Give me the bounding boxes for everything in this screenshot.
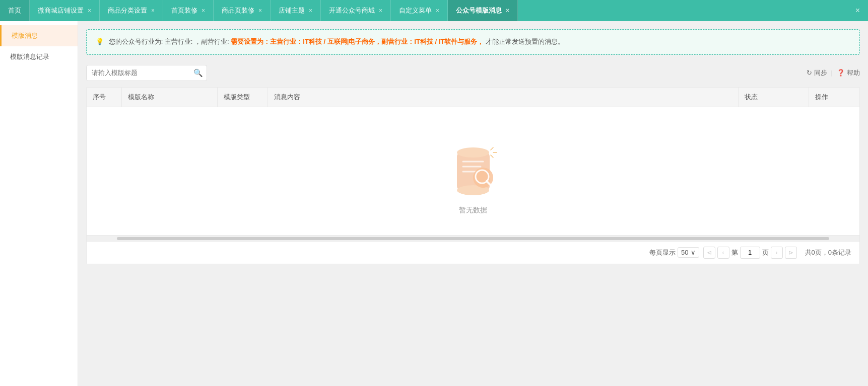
col-header-name: 模版名称: [122, 88, 218, 107]
last-page-button[interactable]: ⊳: [785, 247, 797, 259]
page-unit: 页: [762, 248, 769, 257]
per-page-value: 50: [681, 249, 688, 256]
scrollbar-track: [117, 237, 829, 240]
tab-close-custom-menu[interactable]: ×: [436, 7, 439, 14]
pagination: 每页显示 50 ∨ ⊲ ‹ 第 页 › ⊳ 共0页，0条记录: [87, 241, 859, 264]
col-header-action: 操作: [809, 88, 859, 107]
first-page-button[interactable]: ⊲: [703, 247, 715, 259]
tab-product-decor[interactable]: 商品页装修×: [214, 0, 271, 21]
empty-illustration: [443, 137, 503, 198]
tab-custom-menu[interactable]: 自定义菜单×: [391, 0, 448, 21]
sidebar: 模版消息模版消息记录: [0, 21, 78, 386]
search-input[interactable]: [86, 65, 207, 81]
tab-home-decor[interactable]: 首页装修×: [163, 0, 214, 21]
table-header: 序号 模版名称 模版类型 消息内容 状态 操作: [87, 88, 859, 107]
col-header-seq: 序号: [87, 88, 122, 107]
notice-suffix: 才能正常发送预置的消息。: [486, 38, 564, 45]
tab-close-shop-settings[interactable]: ×: [88, 7, 91, 14]
search-input-wrap: 🔍: [86, 65, 207, 81]
svg-point-2: [457, 147, 489, 158]
next-page-button[interactable]: ›: [771, 247, 783, 259]
tab-close-shop-theme[interactable]: ×: [309, 7, 312, 14]
help-button[interactable]: ❓ 帮助: [837, 68, 860, 78]
prev-page-button[interactable]: ‹: [717, 247, 729, 259]
dropdown-arrow-icon: ∨: [691, 249, 696, 256]
toolbar-right: ↻ 同步 | ❓ 帮助: [807, 68, 860, 78]
search-bar: 🔍 ↻ 同步 | ❓ 帮助: [86, 65, 860, 81]
horizontal-scrollbar[interactable]: [87, 235, 859, 241]
sidebar-item-template-msg[interactable]: 模版消息: [0, 25, 78, 46]
sidebar-item-template-msg-log[interactable]: 模版消息记录: [0, 46, 78, 67]
notice-prefix: 您的公众号行业为: 主营行业: ，副营行业:: [109, 38, 231, 45]
main-layout: 模版消息模版消息记录 💡 您的公众号行业为: 主营行业: ，副营行业: 需要设置…: [0, 21, 868, 386]
notice-highlight: 需要设置为：主营行业：IT科技 / 互联网|电子商务，副营行业：IT科技 / I…: [231, 38, 484, 45]
sync-button[interactable]: ↻ 同步: [807, 68, 827, 78]
tab-home[interactable]: 首页: [0, 0, 30, 21]
tab-close-product-decor[interactable]: ×: [258, 7, 262, 14]
empty-state: 暂无数据: [87, 107, 859, 235]
help-label: 帮助: [847, 68, 860, 78]
help-icon: ❓: [837, 69, 845, 76]
total-info: 共0页，0条记录: [805, 248, 851, 257]
empty-text: 暂无数据: [459, 206, 487, 215]
content-area: 💡 您的公众号行业为: 主营行业: ，副营行业: 需要设置为：主营行业：IT科技…: [78, 21, 868, 386]
per-page-select: 每页显示 50 ∨: [649, 247, 699, 258]
tab-shop-settings[interactable]: 微商城店铺设置×: [30, 0, 100, 21]
tab-category-settings[interactable]: 商品分类设置×: [100, 0, 163, 21]
tab-shop-theme[interactable]: 店铺主题×: [271, 0, 321, 21]
tab-close-open-mall[interactable]: ×: [379, 7, 382, 14]
tab-close-category-settings[interactable]: ×: [151, 7, 155, 14]
per-page-dropdown[interactable]: 50 ∨: [678, 247, 699, 258]
search-button[interactable]: 🔍: [193, 68, 203, 78]
sync-icon: ↻: [807, 69, 812, 76]
col-header-type: 模版类型: [218, 88, 268, 107]
tab-bar: 首页微商城店铺设置×商品分类设置×首页装修×商品页装修×店铺主题×开通公众号商城…: [0, 0, 868, 21]
close-all-button[interactable]: ×: [847, 6, 868, 15]
tab-open-mall[interactable]: 开通公众号商城×: [321, 0, 391, 21]
col-header-status: 状态: [739, 88, 809, 107]
svg-line-10: [491, 147, 493, 150]
notice-box: 💡 您的公众号行业为: 主营行业: ，副营行业: 需要设置为：主营行业：IT科技…: [86, 29, 860, 55]
page-label: 第: [731, 248, 738, 257]
svg-line-12: [491, 155, 493, 158]
col-header-content: 消息内容: [268, 88, 739, 107]
tab-close-home-decor[interactable]: ×: [202, 7, 205, 14]
page-navigation: ⊲ ‹ 第 页 › ⊳: [703, 247, 797, 259]
page-input[interactable]: [740, 247, 760, 259]
data-table: 序号 模版名称 模版类型 消息内容 状态 操作: [86, 87, 860, 264]
notice-icon: 💡: [96, 38, 104, 45]
per-page-label: 每页显示: [649, 248, 676, 257]
sync-label: 同步: [814, 68, 827, 78]
tab-close-template-msg[interactable]: ×: [506, 7, 509, 14]
tab-template-msg[interactable]: 公众号模版消息×: [448, 0, 518, 21]
toolbar-divider: |: [831, 69, 833, 76]
